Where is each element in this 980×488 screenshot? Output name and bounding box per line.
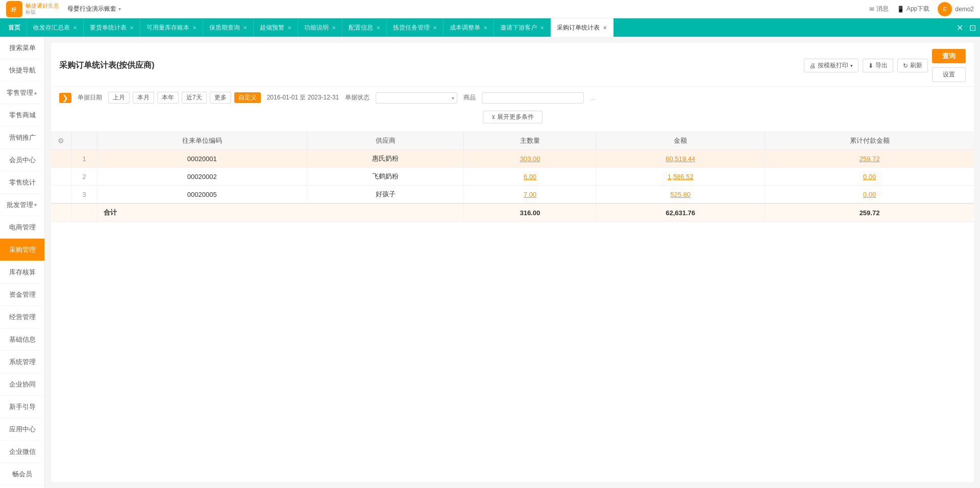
tab-receive-summary[interactable]: 收发存汇总表 ✕: [27, 18, 84, 37]
close-icon[interactable]: ✕: [433, 25, 437, 31]
tab-home[interactable]: 首页: [2, 18, 27, 37]
td-main-qty[interactable]: 7.00: [464, 186, 596, 204]
sidebar-item-purchase[interactable]: 采购管理: [0, 239, 44, 261]
td-supplier: 好孩子: [307, 186, 464, 204]
table-row[interactable]: 3 00020005 好孩子 7.00 525.80 0.00: [51, 186, 974, 204]
tab-cost-adjust[interactable]: 成本调整单 ✕: [444, 18, 494, 37]
more-dots[interactable]: ...: [590, 94, 595, 101]
footer-empty-index: [71, 203, 97, 222]
td-paid-amount[interactable]: 0.00: [765, 168, 974, 186]
tab-goods-stats[interactable]: 要货单统计表 ✕: [84, 18, 140, 37]
sidebar-item-app-center[interactable]: 应用中心: [0, 418, 44, 441]
tab-expiry[interactable]: 保质期查询 ✕: [203, 18, 254, 37]
footer-amount: 62,631.76: [596, 203, 765, 222]
user-menu[interactable]: E demo2: [938, 2, 974, 16]
td-settings: [51, 150, 71, 168]
th-settings[interactable]: ⚙: [51, 132, 71, 150]
maximize-tab-btn[interactable]: ⊡: [967, 23, 978, 33]
print-arrow-icon: ▾: [850, 63, 853, 68]
th-amount: 金额: [596, 132, 765, 150]
sidebar-item-member[interactable]: 会员中心: [0, 149, 44, 171]
message-btn[interactable]: ✉ 消息: [869, 5, 889, 13]
sidebar-item-new-guide[interactable]: 新手引导: [0, 396, 44, 418]
sidebar-item-member-plus[interactable]: 畅会员: [0, 463, 44, 485]
app-download-btn[interactable]: 📱 App下载: [897, 5, 929, 13]
table-row[interactable]: 1 00020001 惠氏奶粉 303.00 60,519.44 259.72: [51, 150, 974, 168]
tab-purchase-stats[interactable]: 采购订单统计表 ✕: [551, 18, 614, 37]
date-7days-btn[interactable]: 近7天: [182, 92, 207, 104]
td-amount[interactable]: 60,519.44: [596, 150, 765, 168]
td-unit-code[interactable]: 00020005: [97, 186, 307, 204]
td-paid-amount[interactable]: 0.00: [765, 186, 974, 204]
sidebar-item-stock[interactable]: 库存核算: [0, 261, 44, 284]
th-supplier: 供应商: [307, 132, 464, 150]
td-amount[interactable]: 525.80: [596, 186, 765, 204]
page-actions: 🖨 按模板打印 ▾ ⬇ 导出 ↻ 刷新: [804, 49, 966, 82]
sidebar-item-shortcuts[interactable]: 快捷导航: [0, 59, 44, 82]
export-btn[interactable]: ⬇ 导出: [863, 59, 893, 72]
tab-overstock[interactable]: 超储预警 ✕: [254, 18, 298, 37]
table-row[interactable]: 2 00020002 飞鹤奶粉 6.00 1,586.52 0.00: [51, 168, 974, 186]
sidebar-item-operation[interactable]: 经营管理: [0, 306, 44, 328]
close-icon[interactable]: ✕: [73, 25, 77, 31]
date-custom-label[interactable]: 自定义: [234, 92, 261, 103]
sidebar-item-finance[interactable]: 资金管理: [0, 284, 44, 306]
sidebar-item-system[interactable]: 系统管理: [0, 351, 44, 373]
column-settings-icon[interactable]: ⚙: [58, 137, 64, 145]
tab-available-stock[interactable]: 可用量库存账本 ✕: [140, 18, 203, 37]
sidebar-item-basic-info[interactable]: 基础信息: [0, 328, 44, 351]
settings-button[interactable]: 设置: [932, 67, 966, 82]
close-icon[interactable]: ✕: [540, 25, 544, 31]
close-icon[interactable]: ✕: [130, 25, 134, 31]
goods-input[interactable]: [482, 92, 584, 104]
close-tab-btn[interactable]: ✕: [954, 23, 965, 33]
td-main-qty[interactable]: 6.00: [464, 168, 596, 186]
close-icon[interactable]: ✕: [483, 25, 487, 31]
filter-collapse-btn[interactable]: ❯: [59, 93, 71, 103]
message-icon: ✉: [869, 6, 874, 13]
sidebar-item-retail-mall[interactable]: 零售商城: [0, 104, 44, 126]
goods-label: 商品: [463, 93, 476, 102]
close-icon[interactable]: ✕: [287, 25, 291, 31]
td-main-qty[interactable]: 303.00: [464, 150, 596, 168]
tab-pick-task[interactable]: 拣货任务管理 ✕: [387, 18, 444, 37]
workspace-selector[interactable]: 母婴行业演示账套 ▾: [67, 5, 869, 13]
tab-invite-downstream[interactable]: 邀请下游客户 ✕: [494, 18, 551, 37]
close-icon[interactable]: ✕: [192, 25, 197, 31]
td-unit-code[interactable]: 00020002: [97, 168, 307, 186]
close-icon[interactable]: ✕: [603, 25, 607, 31]
table-area: ⚙ 往来单位编码 供应商 主数量 金额 累计付款金额: [51, 132, 974, 222]
sidebar-item-retail-mgmt[interactable]: 零售管理 ▲: [0, 82, 44, 104]
search-button[interactable]: 查询: [932, 49, 966, 63]
sidebar-item-enterprise[interactable]: 企业协同: [0, 373, 44, 396]
tab-function-desc[interactable]: 功能说明 ✕: [298, 18, 342, 37]
date-more-btn[interactable]: 更多: [210, 92, 231, 104]
expand-icon: ⊻: [492, 114, 495, 120]
td-paid-amount[interactable]: 259.72: [765, 150, 974, 168]
expand-conditions-btn[interactable]: ⊻ 展开更多条件: [483, 111, 543, 123]
download-icon: 📱: [897, 6, 904, 13]
table-header-row: ⚙ 往来单位编码 供应商 主数量 金额 累计付款金额: [51, 132, 974, 150]
nav-tabs: 首页 收发存汇总表 ✕ 要货单统计表 ✕ 可用量库存账本 ✕ 保质期查询 ✕ 超…: [0, 18, 980, 37]
status-select[interactable]: [376, 92, 457, 104]
sidebar-item-ecommerce[interactable]: 电商管理: [0, 216, 44, 239]
close-icon[interactable]: ✕: [376, 25, 380, 31]
th-unit-code: 往来单位编码: [97, 132, 307, 150]
refresh-btn[interactable]: ↻ 刷新: [897, 59, 928, 72]
print-btn[interactable]: 🖨 按模板打印 ▾: [804, 59, 859, 72]
date-last-month-btn[interactable]: 上月: [108, 92, 130, 104]
sidebar-item-wholesale[interactable]: 批发管理 ▼: [0, 194, 44, 216]
td-unit-code[interactable]: 00020001: [97, 150, 307, 168]
sidebar-item-search[interactable]: 搜索菜单: [0, 37, 44, 59]
close-icon[interactable]: ✕: [332, 25, 336, 31]
table-footer-row: 合计 316.00 62,631.76 259.72: [51, 203, 974, 222]
sidebar-item-retail-stats[interactable]: 零售统计: [0, 171, 44, 194]
date-this-month-btn[interactable]: 本月: [133, 92, 154, 104]
tab-config[interactable]: 配置信息 ✕: [342, 18, 387, 37]
close-icon[interactable]: ✕: [243, 25, 247, 31]
sidebar-item-marketing[interactable]: 营销推广: [0, 126, 44, 149]
sidebar-item-enterprise-wechat[interactable]: 企业微信: [0, 441, 44, 463]
data-table: ⚙ 往来单位编码 供应商 主数量 金额 累计付款金额: [51, 132, 974, 222]
td-amount[interactable]: 1,586.52: [596, 168, 765, 186]
date-this-year-btn[interactable]: 本年: [157, 92, 179, 104]
